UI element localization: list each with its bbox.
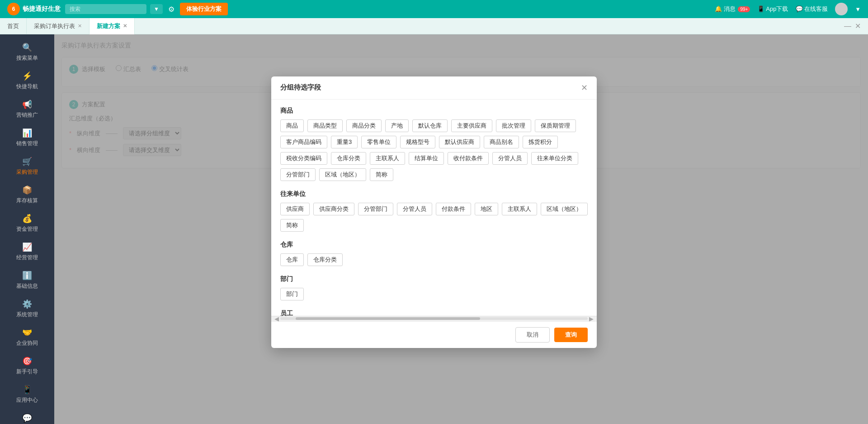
wechat-icon: 💬 bbox=[22, 413, 32, 423]
window-close-button[interactable]: ✕ bbox=[855, 22, 861, 30]
field-tag-partner-付款条件[interactable]: 付款条件 bbox=[436, 203, 471, 215]
sidebar-item-app-center[interactable]: 📱 应用中心 bbox=[0, 380, 54, 409]
field-tag-goods-分管部门[interactable]: 分管部门 bbox=[280, 168, 316, 181]
field-group-goods: 商品 商品 商品类型 商品分类 产地 默认仓库 主要供应商 批次管理 保质期管理… bbox=[280, 107, 588, 181]
field-group-partner-title: 往来单位 bbox=[280, 190, 588, 198]
field-tag-goods-仓库分类[interactable]: 仓库分类 bbox=[331, 152, 366, 165]
field-tag-goods-商品类型[interactable]: 商品类型 bbox=[307, 119, 343, 132]
search-menu-icon: 🔍 bbox=[22, 43, 32, 52]
field-group-department-title: 部门 bbox=[280, 275, 588, 283]
field-tag-goods-简称[interactable]: 简称 bbox=[370, 168, 393, 181]
field-tag-partner-供应商分类[interactable]: 供应商分类 bbox=[313, 203, 354, 215]
tab-home-label: 首页 bbox=[7, 22, 19, 30]
sidebar-item-operations[interactable]: 📈 经营管理 bbox=[0, 238, 54, 266]
sidebar-item-system[interactable]: ⚙️ 系统管理 bbox=[0, 295, 54, 323]
field-tag-goods-商品[interactable]: 商品 bbox=[280, 119, 304, 132]
sidebar-item-quick-nav[interactable]: ⚡ 快捷导航 bbox=[0, 67, 54, 95]
field-tag-partner-地区[interactable]: 地区 bbox=[475, 203, 498, 215]
system-icon: ⚙️ bbox=[22, 299, 32, 309]
field-tag-partner-区域地区[interactable]: 区域（地区） bbox=[541, 203, 588, 215]
field-tag-goods-主要供应商[interactable]: 主要供应商 bbox=[451, 119, 492, 132]
field-tag-goods-重量3[interactable]: 重量3 bbox=[331, 136, 358, 148]
sidebar-item-purchase[interactable]: 🛒 采购管理 bbox=[0, 152, 54, 181]
field-tag-goods-商品分类[interactable]: 商品分类 bbox=[346, 119, 382, 132]
field-tag-goods-默认仓库[interactable]: 默认仓库 bbox=[412, 119, 448, 132]
field-tag-goods-收付款条件[interactable]: 收付款条件 bbox=[448, 152, 489, 165]
field-tag-warehouse-仓库[interactable]: 仓库 bbox=[280, 253, 304, 266]
cancel-button[interactable]: 取消 bbox=[515, 327, 550, 343]
modal-footer: 取消 查询 bbox=[271, 321, 597, 348]
avatar[interactable] bbox=[835, 3, 848, 15]
sidebar-item-quick-nav-label: 快捷导航 bbox=[16, 83, 38, 91]
tab-home[interactable]: 首页 bbox=[0, 18, 27, 34]
modal-body[interactable]: 商品 商品 商品类型 商品分类 产地 默认仓库 主要供应商 批次管理 保质期管理… bbox=[271, 100, 597, 316]
field-tag-goods-规格型号[interactable]: 规格型号 bbox=[400, 136, 435, 148]
field-group-employee-title: 员工 bbox=[280, 310, 588, 316]
field-tag-goods-分管人员[interactable]: 分管人员 bbox=[492, 152, 528, 165]
tab-purchase-close[interactable]: ✕ bbox=[78, 23, 82, 29]
sidebar-item-wechat[interactable]: 💬 企业微信 bbox=[0, 409, 54, 424]
field-tag-partner-分管部门[interactable]: 分管部门 bbox=[358, 203, 393, 215]
operations-icon: 📈 bbox=[22, 242, 32, 252]
sidebar-item-marketing[interactable]: 📢 营销推广 bbox=[0, 95, 54, 124]
field-group-goods-title: 商品 bbox=[280, 107, 588, 115]
field-group-employee: 员工 业务员 bbox=[280, 310, 588, 316]
quick-nav-icon: ⚡ bbox=[22, 71, 32, 81]
notification-icon[interactable]: 🔔 消息 99+ bbox=[715, 5, 750, 13]
sidebar-item-collab[interactable]: 🤝 企业协同 bbox=[0, 323, 54, 352]
marketing-icon: 📢 bbox=[22, 100, 32, 110]
sidebar-item-sales[interactable]: 📊 销售管理 bbox=[0, 124, 54, 152]
field-select-modal: 分组待选字段 ✕ 商品 商品 商品类型 商品分类 产地 默认仓库 主要供应商 批… bbox=[271, 76, 597, 348]
field-tag-goods-往来单位分类[interactable]: 往来单位分类 bbox=[531, 152, 578, 165]
sidebar-item-guide[interactable]: 🎯 新手引导 bbox=[0, 352, 54, 380]
field-tag-goods-主联系人[interactable]: 主联系人 bbox=[370, 152, 405, 165]
field-tag-partner-供应商[interactable]: 供应商 bbox=[280, 203, 310, 215]
field-tag-goods-拣货积分[interactable]: 拣货积分 bbox=[523, 136, 558, 148]
sidebar-item-search-menu[interactable]: 🔍 搜索菜单 bbox=[0, 38, 54, 67]
tab-bar: 首页 采购订单执行表 ✕ 新建方案 ✕ — ✕ bbox=[0, 18, 868, 34]
tab-purchase-list[interactable]: 采购订单执行表 ✕ bbox=[27, 18, 90, 34]
app-download-link[interactable]: 📱 App下载 bbox=[757, 5, 788, 13]
sales-icon: 📊 bbox=[22, 128, 32, 138]
field-tag-warehouse-仓库分类[interactable]: 仓库分类 bbox=[307, 253, 343, 266]
field-tag-goods-批次管理[interactable]: 批次管理 bbox=[496, 119, 531, 132]
field-tag-goods-区域地区[interactable]: 区域（地区） bbox=[319, 168, 366, 181]
online-service-link[interactable]: 💬 在线客服 bbox=[796, 5, 828, 13]
field-tag-partner-简称[interactable]: 简称 bbox=[280, 219, 304, 232]
tab-new-plan[interactable]: 新建方案 ✕ bbox=[90, 18, 135, 34]
field-tag-goods-产地[interactable]: 产地 bbox=[385, 119, 409, 132]
field-group-department: 部门 部门 bbox=[280, 275, 588, 300]
settings-icon[interactable]: ⚙ bbox=[166, 3, 176, 15]
field-tag-goods-商品别名[interactable]: 商品别名 bbox=[484, 136, 519, 148]
experience-button[interactable]: 体验行业方案 bbox=[180, 3, 228, 15]
field-tag-goods-默认供应商[interactable]: 默认供应商 bbox=[439, 136, 480, 148]
nav-search-input[interactable] bbox=[65, 4, 146, 14]
field-tag-goods-结算单位[interactable]: 结算单位 bbox=[409, 152, 444, 165]
user-menu-arrow[interactable]: ▼ bbox=[855, 6, 861, 13]
sidebar-item-finance[interactable]: 💰 资金管理 bbox=[0, 209, 54, 238]
field-tag-goods-客户商品编码[interactable]: 客户商品编码 bbox=[280, 136, 327, 148]
sidebar-item-collab-label: 企业协同 bbox=[16, 339, 38, 347]
sidebar-item-system-label: 系统管理 bbox=[16, 311, 38, 319]
field-group-warehouse-title: 仓库 bbox=[280, 241, 588, 249]
modal-horizontal-scrollbar[interactable]: ◀ ▶ bbox=[271, 316, 597, 321]
inventory-icon: 📦 bbox=[22, 185, 32, 195]
collab-icon: 🤝 bbox=[22, 328, 32, 338]
field-tag-department-部门[interactable]: 部门 bbox=[280, 288, 304, 300]
window-minimize-button[interactable]: — bbox=[844, 22, 851, 30]
logo-icon: 6 bbox=[7, 3, 20, 15]
tab-new-plan-close[interactable]: ✕ bbox=[123, 23, 127, 29]
field-tag-goods-保质期管理[interactable]: 保质期管理 bbox=[535, 119, 576, 132]
sidebar-item-inventory[interactable]: 📦 库存核算 bbox=[0, 181, 54, 209]
scroll-thumb[interactable] bbox=[296, 317, 480, 320]
confirm-button[interactable]: 查询 bbox=[554, 328, 588, 342]
modal-close-button[interactable]: ✕ bbox=[581, 83, 588, 93]
field-tag-goods-零售单位[interactable]: 零售单位 bbox=[361, 136, 396, 148]
field-tag-partner-主联系人[interactable]: 主联系人 bbox=[502, 203, 537, 215]
basic-info-icon: ℹ️ bbox=[22, 271, 32, 281]
sidebar-item-basic-info[interactable]: ℹ️ 基础信息 bbox=[0, 266, 54, 295]
field-tag-partner-分管人员[interactable]: 分管人员 bbox=[397, 203, 432, 215]
nav-dropdown-button[interactable]: ▼ bbox=[150, 4, 163, 14]
sidebar-item-app-center-label: 应用中心 bbox=[16, 396, 38, 404]
field-tag-goods-税收分类编码[interactable]: 税收分类编码 bbox=[280, 152, 327, 165]
